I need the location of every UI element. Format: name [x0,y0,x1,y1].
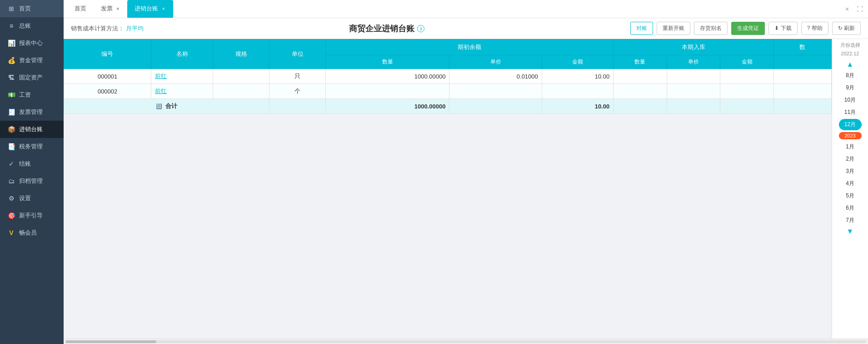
total-row: 🔢 合计 1000.00000 10.00 [64,99,832,114]
month-item-1[interactable]: 1月 [839,141,862,152]
row2-extra [773,84,831,99]
month-item-11[interactable]: 11月 [839,107,862,118]
month-item-6[interactable]: 6月 [839,202,862,214]
period-start-header: 期初余额 [326,39,614,55]
col-unit-header: 单位 [269,39,326,69]
home-icon: ⊞ [7,5,15,12]
month-item-3[interactable]: 3月 [839,166,862,177]
window-close-button[interactable]: × [843,5,852,14]
row2-spec [213,84,269,99]
year-2022-label: 2022.12 [841,50,859,57]
sidebar-item-funds[interactable]: 💰 资金管理 [0,52,64,69]
tab-inventory-close[interactable]: × [161,6,165,11]
table-area: 编号 名称 规格 单位 期初余额 本期入库 数 数量 单价 金额 数量 单价 [64,39,832,339]
month-item-10[interactable]: 10月 [839,94,862,106]
archive-icon: 🗂 [7,177,15,185]
sidebar-item-guide[interactable]: 🎯 新手引导 [0,207,64,224]
row1-qty-start: 1000.00000 [326,69,449,84]
download-button[interactable]: ⬇ 下载 [768,22,797,35]
refresh-button[interactable]: ↻ 刷新 [832,22,861,35]
sidebar-label-archive: 归档管理 [19,177,43,185]
invoice-icon: 🧾 [7,108,15,116]
sidebar-item-reports[interactable]: 📊 报表中心 [0,34,64,52]
row2-qty-start [326,84,449,99]
row1-id: 000001 [64,69,151,84]
sub-amount-start: 金额 [542,55,613,69]
col-id-header: 编号 [64,39,151,69]
month-panel-title: 月份选择 [840,42,860,49]
cost-method-info: 销售成本计算方法： 月平均 [71,25,144,33]
sidebar-item-invoice[interactable]: 🧾 发票管理 [0,103,64,121]
tab-home[interactable]: 首页 [67,0,94,18]
month-item-4[interactable]: 4月 [839,178,862,189]
tab-invoice[interactable]: 发票 × [94,0,127,18]
sidebar-label-ledger: 总账 [19,22,31,30]
month-up-arrow[interactable]: ▲ [847,59,854,69]
sub-price-start: 单价 [449,55,542,69]
total-amount-start: 10.00 [542,99,613,114]
col-name-header: 名称 [151,39,213,69]
sidebar-item-salary[interactable]: 💵 工资 [0,86,64,103]
settings-icon: ⚙ [7,195,15,202]
total-price-in [667,99,720,114]
total-qty-in [614,99,667,114]
sidebar-item-ledger[interactable]: ≡ 总账 [0,17,64,34]
sidebar-label-guide: 新手引导 [19,211,43,220]
row2-qty-in [614,84,667,99]
toolbar: 销售成本计算方法： 月平均 商贸企业进销台账 i 对账 重新开账 存货别名 生成… [64,18,868,39]
sidebar-item-settings[interactable]: ⚙ 设置 [0,190,64,207]
duizhang-button[interactable]: 对账 [630,22,653,35]
scrollbar-thumb[interactable] [65,340,156,343]
tab-invoice-close[interactable]: × [115,6,120,11]
table-row: 000002 前红 个 [64,84,832,99]
sidebar-label-home: 首页 [19,5,31,13]
guide-icon: 🎯 [7,212,15,219]
row1-spec [213,69,269,84]
content-area: 编号 名称 规格 单位 期初余额 本期入库 数 数量 单价 金额 数量 单价 [64,39,868,339]
help-button[interactable]: ? 帮助 [801,22,828,35]
month-item-9[interactable]: 9月 [839,82,862,93]
sidebar-label-reports: 报表中心 [19,39,43,47]
row1-price-in [667,69,720,84]
toolbar-buttons: 对账 重新开账 存货别名 生成凭证 ⬇ 下载 ? 帮助 ↻ 刷新 [630,22,861,35]
period-in-header: 本期入库 [614,39,774,55]
sidebar-item-home[interactable]: ⊞ 首页 [0,0,64,17]
sidebar-item-assets[interactable]: 🏗 固定资产 [0,69,64,86]
month-item-5[interactable]: 5月 [839,190,862,201]
save-alias-button[interactable]: 存货别名 [694,22,728,35]
sidebar-item-inventory[interactable]: 📦 进销台账 [0,121,64,138]
page-title-text: 商贸企业进销台账 [349,23,414,34]
month-item-8[interactable]: 8月 [839,70,862,81]
sidebar-label-vip: 畅会员 [19,229,37,237]
row2-unit: 个 [269,84,326,99]
month-item-7[interactable]: 7月 [839,215,862,226]
scrollbar-track[interactable] [65,340,866,343]
reopen-button[interactable]: 重新开账 [657,22,690,35]
generate-voucher-button[interactable]: 生成凭证 [731,22,765,35]
row2-id: 000002 [64,84,151,99]
cost-method-label: 销售成本计算方法： [71,25,124,32]
refresh-icon: ↻ [838,25,843,31]
sidebar-item-tax[interactable]: 📑 税务管理 [0,138,64,155]
main-area: 首页 发票 × 进销台账 × × ⛶ 销售成本计算方法： 月平均 商贸企业进销台… [64,0,868,344]
row1-unit: 只 [269,69,326,84]
tax-icon: 📑 [7,143,15,150]
sidebar-item-closing[interactable]: ✓ 结账 [0,155,64,172]
row1-price-start: 0.01000 [449,69,542,84]
sidebar-label-salary: 工资 [19,91,31,99]
month-item-12[interactable]: 12月 [839,119,862,130]
tab-inventory[interactable]: 进销台账 × [127,0,173,18]
month-item-2[interactable]: 2月 [839,153,862,165]
sidebar-item-archive[interactable]: 🗂 归档管理 [0,172,64,190]
vip-icon: V [7,229,15,236]
sidebar-label-tax: 税务管理 [19,143,43,151]
month-down-arrow[interactable]: ▼ [847,226,854,236]
closing-icon: ✓ [7,160,15,167]
row2-price-start [449,84,542,99]
total-extra [773,99,831,114]
sidebar-item-vip[interactable]: V 畅会员 [0,224,64,241]
window-maximize-button[interactable]: ⛶ [855,5,864,14]
sub-amount-in: 金额 [720,55,774,69]
tab-home-label: 首页 [75,5,86,13]
title-info-icon[interactable]: i [417,25,424,32]
